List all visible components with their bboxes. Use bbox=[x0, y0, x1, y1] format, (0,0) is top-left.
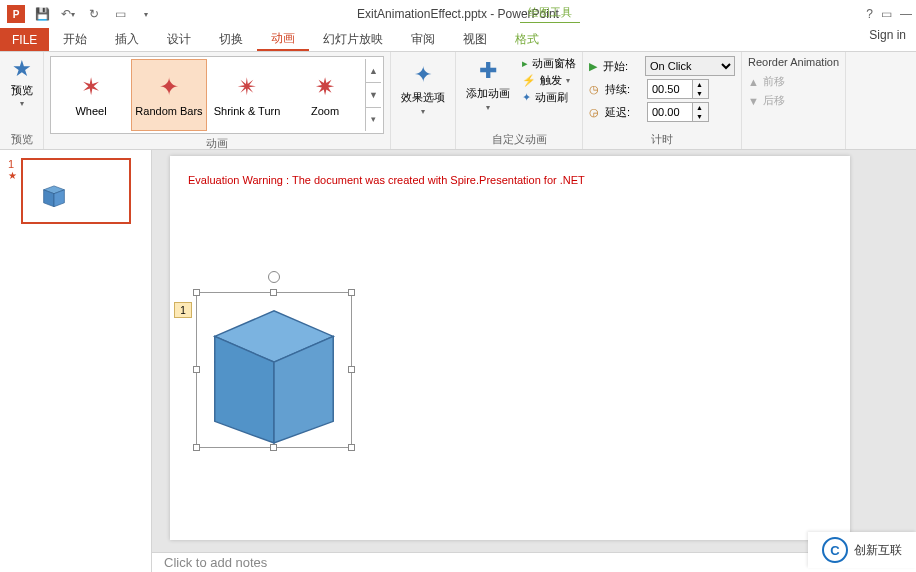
move-earlier-button[interactable]: ▲ 前移 bbox=[748, 72, 839, 91]
resize-handle-bm[interactable] bbox=[270, 444, 277, 451]
animation-pane-button[interactable]: ▸ 动画窗格 bbox=[522, 56, 576, 71]
window-controls: ? ▭ — bbox=[866, 7, 912, 21]
resize-handle-ml[interactable] bbox=[193, 366, 200, 373]
painter-icon: ✦ bbox=[522, 91, 531, 104]
shrink-turn-icon: ✴ bbox=[237, 73, 257, 101]
gallery-group-label: 动画 bbox=[50, 134, 384, 151]
start-select[interactable]: On Click bbox=[645, 56, 735, 76]
pane-icon: ▸ bbox=[522, 57, 528, 70]
gallery-item-zoom[interactable]: ✷ Zoom bbox=[287, 59, 363, 131]
tab-format[interactable]: 格式 bbox=[501, 28, 553, 51]
timing-group: ▶ 开始: On Click ◷ 持续: ▲▼ ◶ 延迟: ▲▼ bbox=[583, 52, 742, 149]
move-later-button[interactable]: ▼ 后移 bbox=[748, 91, 839, 110]
duration-input[interactable] bbox=[648, 80, 692, 98]
custom-animation-group: ✚ 添加动画 ▾ ▸ 动画窗格 ⚡ 触发 ▾ ✦ 动画刷 自 bbox=[456, 52, 583, 149]
qat-customize[interactable]: ▾ bbox=[134, 2, 158, 26]
add-animation-button[interactable]: ✚ 添加动画 ▾ bbox=[462, 56, 514, 114]
timing-group-label: 计时 bbox=[589, 130, 735, 147]
animation-controls: ▸ 动画窗格 ⚡ 触发 ▾ ✦ 动画刷 bbox=[522, 56, 576, 105]
save-button[interactable]: 💾 bbox=[30, 2, 54, 26]
quick-access-toolbar: P 💾 ↶▾ ↻ ▭ ▾ bbox=[0, 2, 158, 26]
resize-handle-tr[interactable] bbox=[348, 289, 355, 296]
reorder-group: Reorder Animation ▲ 前移 ▼ 后移 bbox=[742, 52, 846, 149]
thumbnail-1[interactable]: 1 ★ bbox=[8, 158, 143, 224]
wheel-icon: ✶ bbox=[81, 73, 101, 101]
notes-pane[interactable]: Click to add notes bbox=[152, 552, 916, 572]
help-button[interactable]: ? bbox=[866, 7, 873, 21]
zoom-icon: ✷ bbox=[315, 73, 335, 101]
selected-shape[interactable] bbox=[196, 292, 352, 448]
effect-options-button[interactable]: ✦ 效果选项 ▾ bbox=[397, 60, 449, 118]
powerpoint-logo[interactable]: P bbox=[4, 2, 28, 26]
resize-handle-tm[interactable] bbox=[270, 289, 277, 296]
tab-insert[interactable]: 插入 bbox=[101, 28, 153, 51]
delay-down[interactable]: ▼ bbox=[693, 112, 706, 121]
gallery-scroll: ▲ ▼ ▾ bbox=[365, 59, 381, 131]
animation-gallery-group: ✶ Wheel ✦ Random Bars ✴ Shrink & Turn ✷ … bbox=[44, 52, 391, 149]
tab-design[interactable]: 设计 bbox=[153, 28, 205, 51]
resize-handle-tl[interactable] bbox=[193, 289, 200, 296]
add-animation-icon: ✚ bbox=[479, 58, 497, 84]
trigger-button[interactable]: ⚡ 触发 ▾ bbox=[522, 73, 576, 88]
resize-handle-br[interactable] bbox=[348, 444, 355, 451]
minimize-button[interactable]: — bbox=[900, 7, 912, 21]
thumb-cube-icon bbox=[41, 182, 67, 208]
drawing-tools-tab-header: 绘图工具 bbox=[520, 5, 580, 23]
evaluation-warning: Evaluation Warning : The document was cr… bbox=[188, 174, 585, 186]
start-icon: ▶ bbox=[589, 60, 597, 73]
delay-spinner[interactable]: ▲▼ bbox=[647, 102, 709, 122]
down-arrow-icon: ▼ bbox=[748, 95, 759, 107]
animation-gallery: ✶ Wheel ✦ Random Bars ✴ Shrink & Turn ✷ … bbox=[50, 56, 384, 134]
tab-animations[interactable]: 动画 bbox=[257, 28, 309, 51]
page-icon: ▭ bbox=[115, 7, 126, 21]
gallery-scroll-down[interactable]: ▼ bbox=[366, 83, 381, 107]
timing-start-row: ▶ 开始: On Click bbox=[589, 56, 735, 76]
undo-button[interactable]: ↶▾ bbox=[56, 2, 80, 26]
new-slide-button[interactable]: ▭ bbox=[108, 2, 132, 26]
preview-star-icon: ★ bbox=[12, 56, 32, 82]
tab-review[interactable]: 审阅 bbox=[397, 28, 449, 51]
watermark-logo-icon: C bbox=[822, 537, 848, 563]
preview-group: ★ 预览 ▾ 预览 bbox=[0, 52, 44, 149]
duration-spinner[interactable]: ▲▼ bbox=[647, 79, 709, 99]
file-tab[interactable]: FILE bbox=[0, 28, 49, 51]
preview-button[interactable]: ★ 预览 ▾ bbox=[11, 56, 33, 108]
ribbon-tabs: FILE 开始 插入 设计 切换 动画 幻灯片放映 审阅 视图 格式 Sign … bbox=[0, 28, 916, 52]
animation-order-tag[interactable]: 1 bbox=[174, 302, 192, 318]
content-area: 1 ★ Evaluation Warning : The document wa… bbox=[0, 150, 916, 572]
custom-animation-group-label: 自定义动画 bbox=[492, 130, 547, 147]
delay-up[interactable]: ▲ bbox=[693, 103, 706, 112]
gallery-scroll-up[interactable]: ▲ bbox=[366, 59, 381, 83]
title-bar: P 💾 ↶▾ ↻ ▭ ▾ ExitAnimationEffect.pptx - … bbox=[0, 0, 916, 28]
slide-canvas[interactable]: Evaluation Warning : The document was cr… bbox=[170, 156, 850, 540]
up-arrow-icon: ▲ bbox=[748, 76, 759, 88]
animation-painter-button[interactable]: ✦ 动画刷 bbox=[522, 90, 576, 105]
gallery-item-shrink-turn[interactable]: ✴ Shrink & Turn bbox=[209, 59, 285, 131]
ribbon-display-options[interactable]: ▭ bbox=[881, 7, 892, 21]
watermark: C 创新互联 bbox=[808, 532, 916, 568]
effect-options-icon: ✦ bbox=[414, 62, 432, 88]
duration-down[interactable]: ▼ bbox=[693, 89, 706, 98]
redo-icon: ↻ bbox=[89, 7, 99, 21]
sign-in-link[interactable]: Sign in bbox=[869, 28, 906, 42]
tab-transitions[interactable]: 切换 bbox=[205, 28, 257, 51]
redo-button[interactable]: ↻ bbox=[82, 2, 106, 26]
duration-up[interactable]: ▲ bbox=[693, 80, 706, 89]
undo-icon: ↶ bbox=[61, 7, 71, 21]
resize-handle-mr[interactable] bbox=[348, 366, 355, 373]
gallery-item-wheel[interactable]: ✶ Wheel bbox=[53, 59, 129, 131]
rotate-handle[interactable] bbox=[268, 271, 280, 283]
random-bars-icon: ✦ bbox=[159, 73, 179, 101]
timing-delay-row: ◶ 延迟: ▲▼ bbox=[589, 102, 735, 122]
gallery-more[interactable]: ▾ bbox=[366, 108, 381, 131]
tab-view[interactable]: 视图 bbox=[449, 28, 501, 51]
gallery-item-random-bars[interactable]: ✦ Random Bars bbox=[131, 59, 207, 131]
tab-home[interactable]: 开始 bbox=[49, 28, 101, 51]
tab-slideshow[interactable]: 幻灯片放映 bbox=[309, 28, 397, 51]
slide-thumbnails-panel: 1 ★ bbox=[0, 150, 152, 572]
resize-handle-bl[interactable] bbox=[193, 444, 200, 451]
duration-icon: ◷ bbox=[589, 83, 599, 96]
slide-number: 1 bbox=[8, 158, 17, 170]
delay-input[interactable] bbox=[648, 103, 692, 121]
effect-options-group: ✦ 效果选项 ▾ bbox=[391, 52, 456, 149]
